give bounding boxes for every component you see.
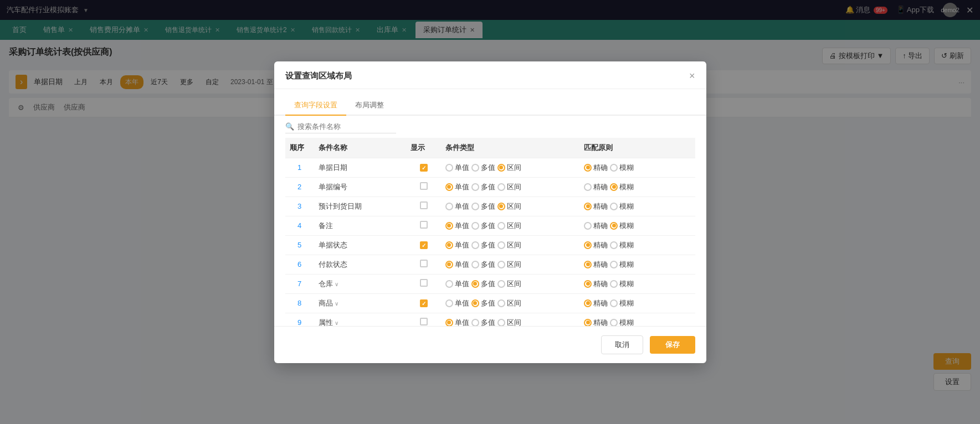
match-radio-精确-8[interactable]: 精确 bbox=[584, 318, 608, 326]
match-radio-模糊-1[interactable]: 模糊 bbox=[610, 182, 634, 192]
cell-match-8: 精确模糊 bbox=[579, 313, 695, 326]
match-radio-精确-3[interactable]: 精确 bbox=[584, 221, 608, 231]
cell-type-1: 单值多值区间 bbox=[441, 177, 579, 197]
match-radio-模糊-2[interactable]: 模糊 bbox=[610, 201, 634, 211]
type-radio-区间-8[interactable]: 区间 bbox=[497, 318, 521, 326]
table-row: 7仓库 ∨单值多值区间精确模糊 bbox=[285, 274, 695, 293]
cell-order-2: 3 bbox=[285, 197, 314, 216]
type-radio-区间-3[interactable]: 区间 bbox=[497, 221, 521, 231]
type-radio-多值-6[interactable]: 多值 bbox=[471, 279, 495, 289]
cell-show-5 bbox=[406, 255, 441, 274]
type-radio-单值-4[interactable]: 单值 bbox=[445, 240, 469, 250]
cell-order-7: 8 bbox=[285, 293, 314, 313]
type-radio-多值-2[interactable]: 多值 bbox=[471, 201, 495, 211]
match-radio-模糊-4[interactable]: 模糊 bbox=[610, 240, 634, 250]
cell-show-8 bbox=[406, 313, 441, 326]
cell-name-3: 备注 bbox=[314, 216, 407, 235]
show-checkbox-7[interactable] bbox=[420, 299, 428, 307]
search-box: 🔍 bbox=[285, 122, 396, 133]
type-radio-区间-7[interactable]: 区间 bbox=[497, 298, 521, 308]
type-radio-单值-0[interactable]: 单值 bbox=[445, 163, 469, 173]
cell-name-1: 单据编号 bbox=[314, 177, 407, 197]
show-checkbox-2[interactable] bbox=[420, 201, 428, 209]
table-row: 3预计到货日期单值多值区间精确模糊 bbox=[285, 197, 695, 216]
match-radio-模糊-8[interactable]: 模糊 bbox=[610, 318, 634, 326]
cell-name-2: 预计到货日期 bbox=[314, 197, 407, 216]
cell-name-7: 商品 ∨ bbox=[314, 293, 407, 313]
type-radio-多值-1[interactable]: 多值 bbox=[471, 182, 495, 192]
type-radio-区间-2[interactable]: 区间 bbox=[497, 201, 521, 211]
match-radio-模糊-5[interactable]: 模糊 bbox=[610, 260, 634, 270]
modal-close-button[interactable]: × bbox=[689, 70, 695, 82]
show-checkbox-8[interactable] bbox=[420, 318, 428, 325]
show-checkbox-3[interactable] bbox=[420, 221, 428, 229]
tab-layout[interactable]: 布局调整 bbox=[346, 96, 393, 116]
type-radio-单值-1[interactable]: 单值 bbox=[445, 182, 469, 192]
type-radio-单值-3[interactable]: 单值 bbox=[445, 221, 469, 231]
type-radio-区间-5[interactable]: 区间 bbox=[497, 260, 521, 270]
table-row: 4备注单值多值区间精确模糊 bbox=[285, 216, 695, 235]
show-checkbox-5[interactable] bbox=[420, 260, 428, 267]
cell-order-6: 7 bbox=[285, 274, 314, 293]
match-radio-精确-7[interactable]: 精确 bbox=[584, 298, 608, 308]
tab-layout-label: 布局调整 bbox=[355, 101, 384, 109]
match-radio-精确-5[interactable]: 精确 bbox=[584, 260, 608, 270]
cell-name-4: 单据状态 bbox=[314, 235, 407, 255]
th-order: 顺序 bbox=[285, 138, 314, 158]
th-type: 条件类型 bbox=[441, 138, 579, 158]
cell-order-0: 1 bbox=[285, 158, 314, 177]
cell-name-0: 单据日期 bbox=[314, 158, 407, 177]
modal-table-wrapper: 顺序 条件名称 显示 条件类型 匹配原则 1单据日期单值多值区间精确模糊2单据编… bbox=[274, 138, 706, 326]
cell-type-8: 单值多值区间 bbox=[441, 313, 579, 326]
tab-query-fields[interactable]: 查询字段设置 bbox=[285, 96, 346, 116]
cell-type-6: 单值多值区间 bbox=[441, 274, 579, 293]
type-radio-区间-6[interactable]: 区间 bbox=[497, 279, 521, 289]
type-radio-多值-0[interactable]: 多值 bbox=[471, 163, 495, 173]
match-radio-模糊-6[interactable]: 模糊 bbox=[610, 279, 634, 289]
type-radio-区间-4[interactable]: 区间 bbox=[497, 240, 521, 250]
cancel-button[interactable]: 取消 bbox=[601, 335, 643, 354]
show-checkbox-0[interactable] bbox=[420, 164, 428, 172]
modal-footer: 取消 保存 bbox=[274, 326, 706, 363]
match-radio-精确-1[interactable]: 精确 bbox=[584, 182, 608, 192]
show-checkbox-1[interactable] bbox=[420, 182, 428, 190]
th-match: 匹配原则 bbox=[579, 138, 695, 158]
type-radio-单值-2[interactable]: 单值 bbox=[445, 201, 469, 211]
type-radio-单值-6[interactable]: 单值 bbox=[445, 279, 469, 289]
cell-type-0: 单值多值区间 bbox=[441, 158, 579, 177]
show-checkbox-4[interactable] bbox=[420, 241, 428, 249]
cell-match-3: 精确模糊 bbox=[579, 216, 695, 235]
type-radio-单值-7[interactable]: 单值 bbox=[445, 298, 469, 308]
type-radio-多值-4[interactable]: 多值 bbox=[471, 240, 495, 250]
cell-show-2 bbox=[406, 197, 441, 216]
type-radio-多值-8[interactable]: 多值 bbox=[471, 318, 495, 326]
save-button[interactable]: 保存 bbox=[650, 336, 695, 354]
search-input[interactable] bbox=[297, 122, 396, 131]
type-radio-多值-7[interactable]: 多值 bbox=[471, 298, 495, 308]
match-radio-精确-0[interactable]: 精确 bbox=[584, 163, 608, 173]
cell-match-5: 精确模糊 bbox=[579, 255, 695, 274]
type-radio-区间-1[interactable]: 区间 bbox=[497, 182, 521, 192]
table-row: 6付款状态单值多值区间精确模糊 bbox=[285, 255, 695, 274]
cell-show-4 bbox=[406, 235, 441, 255]
match-radio-模糊-3[interactable]: 模糊 bbox=[610, 221, 634, 231]
cell-order-8: 9 bbox=[285, 313, 314, 326]
cell-type-5: 单值多值区间 bbox=[441, 255, 579, 274]
type-radio-多值-3[interactable]: 多值 bbox=[471, 221, 495, 231]
cell-show-6 bbox=[406, 274, 441, 293]
type-radio-多值-5[interactable]: 多值 bbox=[471, 260, 495, 270]
modal-header: 设置查询区域布局 × bbox=[274, 61, 706, 89]
type-radio-区间-0[interactable]: 区间 bbox=[497, 163, 521, 173]
match-radio-精确-6[interactable]: 精确 bbox=[584, 279, 608, 289]
match-radio-模糊-7[interactable]: 模糊 bbox=[610, 298, 634, 308]
match-radio-精确-4[interactable]: 精确 bbox=[584, 240, 608, 250]
type-radio-单值-5[interactable]: 单值 bbox=[445, 260, 469, 270]
match-radio-精确-2[interactable]: 精确 bbox=[584, 201, 608, 211]
match-radio-模糊-0[interactable]: 模糊 bbox=[610, 163, 634, 173]
show-checkbox-6[interactable] bbox=[420, 279, 428, 287]
modal-tabs: 查询字段设置 布局调整 bbox=[274, 89, 706, 116]
tab-query-label: 查询字段设置 bbox=[294, 101, 337, 109]
cell-name-5: 付款状态 bbox=[314, 255, 407, 274]
cell-show-1 bbox=[406, 177, 441, 197]
type-radio-单值-8[interactable]: 单值 bbox=[445, 318, 469, 326]
